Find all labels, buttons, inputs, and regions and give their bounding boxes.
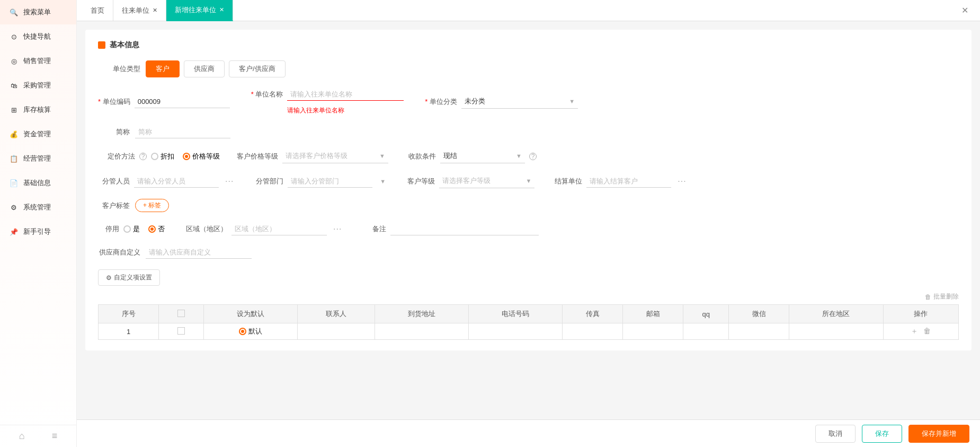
tab-partners-close[interactable]: ✕ [153,7,157,14]
unit-code-input[interactable] [135,95,230,108]
sidebar-item-sales[interactable]: ◎ 销售管理 [0,49,76,73]
pricing-radio-group: 折扣 价格等级 [151,152,220,161]
payment-terms-select[interactable]: 现结 ▼ [440,149,525,163]
department-select[interactable]: ▼ [377,176,387,187]
customer-level-label: 客户等级 [403,177,435,186]
settlement-label: 结算单位 [550,177,582,186]
unit-code-label: 单位编码 [98,97,130,107]
customer-price-level-placeholder: 请选择客户价格等级 [286,151,348,161]
customer-price-level-select[interactable]: 请选择客户价格等级 ▼ [282,149,388,163]
disable-no[interactable]: 否 [148,224,165,234]
unit-type-supplier[interactable]: 供应商 [184,60,225,77]
payment-terms-field: 收款条件 现结 ▼ ? [404,149,537,163]
table-row: 1 默认 [99,323,959,340]
region-dots-btn[interactable]: ··· [331,224,344,234]
home-icon: ⊙ [8,31,19,42]
customer-level-placeholder: 请选择客户等级 [442,176,491,186]
customer-level-field: 客户等级 请选择客户等级 ▼ [403,174,534,188]
customize-btn[interactable]: ⚙ 自定义项设置 [98,269,160,286]
remarks-input[interactable] [390,223,539,235]
radio-yes-label: 是 [133,224,140,234]
supplier-custom-label: 供应商自定义 [98,248,140,257]
tab-partners[interactable]: 往来单位 ✕ [113,0,166,21]
supervisor-row: 分管人员 ··· 分管部门 ▼ 客户等级 请选择客户等级 ▼ [98,174,959,188]
sidebar-item-operations[interactable]: 📋 经营管理 [0,146,76,171]
pricing-radio-discount[interactable]: 折扣 [151,152,174,161]
row-default-radio[interactable] [239,328,246,335]
sidebar-item-search[interactable]: 🔍 搜索菜单 [0,0,76,24]
settlement-dots-btn[interactable]: ··· [675,177,688,186]
unit-type-btns: 客户 供应商 客户/供应商 [146,60,286,77]
finance-icon: 💰 [8,129,19,139]
chevron-price-icon: ▼ [379,153,385,159]
chevron-down-icon: ▼ [569,98,575,104]
inventory-icon: ⊞ [8,104,19,115]
short-name-input[interactable] [135,126,230,138]
sidebar-item-quick-nav[interactable]: ⊙ 快捷导航 [0,24,76,49]
settlement-input[interactable] [586,175,671,188]
supervisor-dots-btn[interactable]: ··· [223,177,236,186]
customer-price-level-field: 客户价格等级 请选择客户价格等级 ▼ [236,149,388,163]
chevron-level-icon: ▼ [525,178,531,184]
row-phone [468,323,562,340]
unit-name-label: 单位名称 [251,90,283,99]
department-input[interactable] [288,175,372,188]
form-content: 基本信息 单位类型 客户 供应商 客户/供应商 单位编码 [77,21,980,419]
save-new-button[interactable]: 保存并新增 [908,425,969,443]
sidebar-bottom-icon1[interactable]: ⌂ [19,431,25,442]
sidebar-item-system[interactable]: ⚙ 系统管理 [0,195,76,220]
select-all-checkbox[interactable] [177,310,185,317]
radio-price-level-circle [183,153,190,160]
sidebar-item-purchase[interactable]: 🛍 采购管理 [0,73,76,98]
sidebar-item-basics[interactable]: 📄 基础信息 [0,171,76,195]
tab-home[interactable]: 首页 [82,0,113,21]
col-contact: 联系人 [298,305,375,323]
department-label: 分管部门 [252,177,283,186]
tab-bar: 首页 往来单位 ✕ 新增往来单位 ✕ ✕ [77,0,980,21]
save-button[interactable]: 保存 [862,425,902,443]
col-region: 所在地区 [789,305,883,323]
row-seq: 1 [99,323,159,340]
sidebar-item-inventory[interactable]: ⊞ 库存核算 [0,98,76,122]
col-email: 邮箱 [623,305,683,323]
row-add-icon[interactable]: ＋ [911,327,918,335]
unit-type-row: 单位类型 客户 供应商 客户/供应商 [98,60,959,77]
region-input[interactable] [231,223,327,235]
settlement-field: 结算单位 ··· [550,175,688,188]
radio-disable-yes-circle [123,225,131,233]
unit-category-select[interactable]: 未分类 ▼ [461,94,578,109]
batch-delete-btn[interactable]: 🗑 批量删除 [925,292,959,301]
radio-no-label: 否 [158,224,165,234]
contacts-table: 序号 设为默认 联系人 到货地址 电话号码 传真 邮箱 qq 微信 所在地区 操… [98,304,959,340]
disable-yes[interactable]: 是 [123,224,140,234]
unit-name-error: 请输入往来单位名称 [287,106,344,115]
unit-type-both[interactable]: 客户/供应商 [229,60,286,77]
col-default: 设为默认 [204,305,298,323]
search-icon: 🔍 [8,7,19,17]
payment-help-icon[interactable]: ? [529,153,537,160]
unit-name-input[interactable] [287,88,404,101]
operations-icon: 📋 [8,153,19,164]
sidebar-item-finance[interactable]: 💰 资金管理 [0,122,76,146]
pricing-help-icon[interactable]: ? [139,153,147,160]
cancel-button[interactable]: 取消 [815,425,856,443]
pricing-radio-price-level[interactable]: 价格等级 [183,152,220,161]
col-fax: 传真 [563,305,623,323]
customer-level-select[interactable]: 请选择客户等级 ▼ [439,174,534,188]
payment-terms-value: 现结 [443,151,457,161]
remarks-field: 备注 [365,223,539,235]
tab-bar-close[interactable]: ✕ [955,5,975,15]
row-checkbox[interactable] [177,327,185,335]
tab-new-partner[interactable]: 新增往来单位 ✕ [166,0,233,21]
supplier-custom-input[interactable] [146,246,252,259]
sidebar-item-guide[interactable]: 📌 新手引导 [0,220,76,244]
unit-type-customer[interactable]: 客户 [146,60,180,77]
region-field: 区域（地区） ··· [186,223,344,235]
tab-new-partner-close[interactable]: ✕ [219,6,224,13]
sidebar-bottom-icon2[interactable]: ≡ [52,431,58,442]
supervisor-input[interactable] [134,175,219,188]
add-tag-btn[interactable]: + 标签 [135,199,169,212]
disable-field: 停用 是 否 [98,224,165,234]
row-delete-icon[interactable]: 🗑 [923,327,931,335]
unit-category-value: 未分类 [465,97,485,106]
